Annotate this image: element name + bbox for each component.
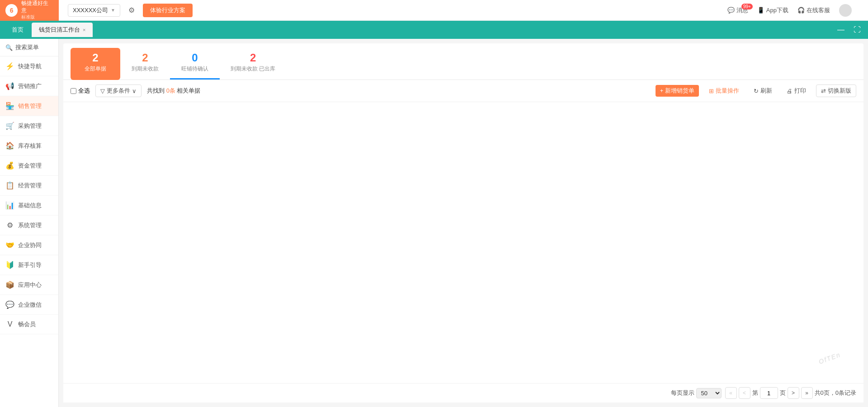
tab-active[interactable]: 钱货日清工作台 ×: [32, 23, 93, 37]
result-text: 共找到 0条 相关单据: [147, 87, 200, 95]
refresh-icon: ↻: [754, 88, 759, 94]
page-suffix: 页: [780, 389, 786, 397]
logo-icon: 6: [5, 4, 18, 17]
stat-tab-all[interactable]: 2 全部单据: [71, 48, 120, 80]
stat-num-all: 2: [92, 51, 98, 64]
tab-home[interactable]: 首页: [5, 23, 31, 37]
sidebar-item-beginner[interactable]: 🔰 新手引导: [0, 255, 58, 275]
sidebar-label-quick-nav: 快捷导航: [18, 62, 42, 70]
sidebar-item-marketing[interactable]: 📢 营销推广: [0, 76, 58, 96]
system-icon: ⚙: [5, 221, 14, 229]
settings-button[interactable]: ⚙: [125, 4, 138, 17]
download-icon: 📱: [757, 7, 764, 14]
refresh-button[interactable]: ↻ 刷新: [749, 85, 777, 97]
pagination: « < 第 页 > » 共0页，0条记录: [725, 387, 856, 399]
basic-info-icon: 📊: [5, 201, 14, 210]
filter-icon: ▽: [100, 88, 105, 94]
total-text: 共0页，0条记录: [815, 389, 856, 397]
search-icon: 🔍: [5, 44, 13, 51]
marketing-icon: 📢: [5, 82, 14, 90]
print-button[interactable]: 🖨 打印: [782, 85, 811, 97]
sidebar-item-inventory[interactable]: 🏠 库存核算: [0, 136, 58, 156]
logo-text: 畅捷通好生意 标准版: [21, 0, 53, 20]
prev-page-button[interactable]: <: [739, 387, 750, 399]
top-header: 6 畅捷通好生意 标准版 XXXXXX公司 ▼ ⚙ 体验行业方案 💬 消息 99…: [0, 0, 868, 21]
page-size-selector: 每页显示 50 10 20 100: [671, 388, 722, 398]
avatar[interactable]: [839, 4, 852, 17]
inventory-icon: 🏠: [5, 141, 14, 150]
finance-icon: 💰: [5, 161, 14, 170]
stat-label-unshipped: 到期未收款 已出库: [231, 65, 275, 73]
batch-icon: ⊞: [709, 88, 714, 94]
sidebar-item-cooperation[interactable]: 🤝 企业协同: [0, 235, 58, 255]
sidebar-label-operation: 经营管理: [18, 182, 42, 190]
sidebar-item-sales[interactable]: 🏪 销售管理: [0, 96, 58, 116]
filter-chevron-icon: ∨: [132, 88, 137, 94]
page-label: 第: [752, 389, 758, 397]
filter-button[interactable]: ▽ 更多条件 ∨: [95, 84, 142, 97]
add-sales-button[interactable]: + 新增销货单: [656, 85, 699, 97]
purchase-icon: 🛒: [5, 122, 14, 130]
logo-area: 6 畅捷通好生意 标准版: [0, 0, 59, 21]
chevron-down-icon: ▼: [111, 8, 115, 13]
switch-version-button[interactable]: ⇄ 切换新版: [816, 84, 856, 97]
sidebar-item-app-center[interactable]: 📦 应用中心: [0, 275, 58, 295]
company-selector[interactable]: XXXXXX公司 ▼: [68, 4, 120, 17]
first-page-button[interactable]: «: [725, 387, 737, 399]
select-all-checkbox[interactable]: 全选: [71, 87, 90, 95]
message-icon: 💬: [727, 7, 735, 14]
online-service-label: 在线客服: [807, 6, 830, 14]
sidebar-label-app-center: 应用中心: [18, 281, 42, 289]
sidebar-label-basic-info: 基础信息: [18, 201, 42, 210]
company-name: XXXXXX公司: [73, 6, 108, 14]
quick-nav-icon: ⚡: [5, 62, 14, 70]
sales-icon: 🏪: [5, 102, 14, 110]
sidebar-search[interactable]: 🔍 搜索菜单: [0, 39, 58, 56]
tab-close-icon[interactable]: ×: [83, 27, 85, 33]
sidebar-item-basic-info[interactable]: 📊 基础信息: [0, 196, 58, 215]
sidebar-label-wechat: 企业微信: [18, 301, 42, 309]
messages-item[interactable]: 💬 消息 99+: [727, 6, 748, 14]
select-all-input[interactable]: [71, 88, 76, 94]
page-input[interactable]: [760, 387, 778, 399]
stat-label-all: 全部单据: [85, 65, 106, 73]
sidebar-item-member[interactable]: V 畅会员: [0, 315, 58, 334]
page-size-select[interactable]: 50 10 20 100: [696, 388, 722, 398]
print-icon: 🖨: [787, 88, 793, 94]
home-tab-label: 首页: [12, 26, 24, 34]
stat-tab-overdue[interactable]: 2 到期未收款: [120, 48, 170, 80]
toolbar: 全选 ▽ 更多条件 ∨ 共找到 0条 相关单据 + 新增销货单 ⊞ 批量操作: [63, 80, 863, 102]
sidebar-label-sales: 销售管理: [18, 102, 42, 110]
sidebar-item-quick-nav[interactable]: ⚡ 快捷导航: [0, 56, 58, 76]
tab-bar-right: — ⛶: [835, 23, 863, 36]
sidebar-item-system[interactable]: ⚙ 系统管理: [0, 215, 58, 235]
content-body: [63, 102, 863, 383]
stat-tab-unshipped[interactable]: 2 到期未收款 已出库: [220, 48, 286, 80]
stat-label-overdue: 到期未收款: [132, 65, 159, 73]
online-service-item[interactable]: 🎧 在线客服: [797, 6, 830, 14]
sidebar-item-wechat[interactable]: 💬 企业微信: [0, 295, 58, 315]
stats-tabs: 2 全部单据 2 到期未收款 0 旺铺待确认 2 到期未收款 已出库: [63, 43, 863, 80]
app-download-item[interactable]: 📱 App下载: [757, 6, 788, 14]
tab-minimize-button[interactable]: —: [835, 23, 847, 36]
filter-label: 更多条件: [107, 87, 130, 95]
search-label: 搜索菜单: [15, 43, 39, 51]
batch-op-button[interactable]: ⊞ 批量操作: [704, 85, 744, 97]
stat-tab-wangpu[interactable]: 0 旺铺待确认: [170, 48, 220, 80]
next-page-button[interactable]: >: [788, 387, 799, 399]
stat-num-unshipped: 2: [250, 51, 256, 64]
sidebar-item-finance[interactable]: 💰 资金管理: [0, 156, 58, 176]
switch-icon: ⇄: [821, 88, 826, 94]
result-count: 0条: [166, 87, 175, 94]
sidebar-item-purchase[interactable]: 🛒 采购管理: [0, 116, 58, 136]
member-icon: V: [5, 320, 14, 328]
sidebar-item-operation[interactable]: 📋 经营管理: [0, 176, 58, 196]
tab-expand-button[interactable]: ⛶: [851, 23, 863, 36]
app-download-label: App下载: [766, 6, 788, 14]
cooperation-icon: 🤝: [5, 241, 14, 249]
last-page-button[interactable]: »: [801, 387, 813, 399]
stat-num-wangpu: 0: [192, 51, 198, 64]
operation-icon: 📋: [5, 181, 14, 190]
header-right: 💬 消息 99+ 📱 App下载 🎧 在线客服: [727, 4, 861, 17]
trial-button[interactable]: 体验行业方案: [143, 4, 193, 17]
